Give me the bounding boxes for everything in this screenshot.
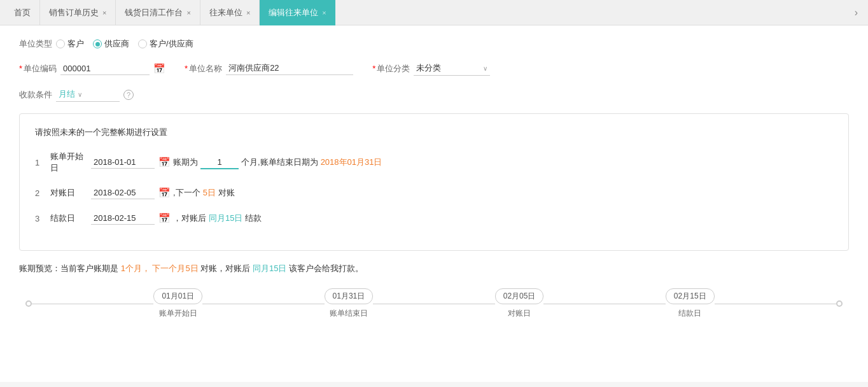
preview-reconcile-date: 下一个月5日 xyxy=(152,264,198,273)
timeline-label-4: 结款日 xyxy=(678,308,701,319)
tabs-bar: 首页 销售订单历史 × 钱货日清工作台 × 往来单位 × 编辑往来单位 × › xyxy=(0,0,868,25)
reconcile-date-calendar-icon[interactable]: 📅 xyxy=(158,187,171,199)
row-3-label: 结款日 xyxy=(50,213,91,224)
preview-label: 账期预览：当前客户账期是 xyxy=(19,264,118,273)
tab-sales-history[interactable]: 销售订单历史 × xyxy=(40,0,116,25)
radio-supplier[interactable]: 供应商 xyxy=(93,38,129,50)
payment-terms-label: 收款条件 xyxy=(19,89,52,101)
unit-code-field: * 单位编码 📅 xyxy=(19,62,165,75)
close-cash-work-icon[interactable]: × xyxy=(186,9,190,17)
radio-supplier-label: 供应商 xyxy=(104,38,129,50)
timeline-badge-4: 02月15日 xyxy=(666,288,715,304)
tab-more-btn[interactable]: › xyxy=(850,7,863,18)
main-content: 单位类型 客户 供应商 客户/供应商 xyxy=(0,25,868,382)
timeline-badge-3: 02月05日 xyxy=(495,288,544,304)
radio-supplier-dot xyxy=(95,42,100,46)
timeline-label-1: 账单开始日 xyxy=(159,308,197,319)
radio-supplier-circle xyxy=(93,39,102,48)
row-3-num: 3 xyxy=(35,214,50,223)
unit-name-star: * xyxy=(185,64,188,73)
row-2-num: 2 xyxy=(35,188,50,198)
tab-cash-work-label: 钱货日清工作台 xyxy=(125,7,183,18)
radio-both[interactable]: 客户/供应商 xyxy=(138,38,193,50)
radio-customer-circle xyxy=(56,39,65,48)
payment-terms-value: 月结 xyxy=(59,88,75,100)
row-1-period-unit: 个月,账单结束日期为 xyxy=(241,157,318,168)
row-2-highlight: 5日 xyxy=(203,187,216,199)
unit-type-field: 单位类型 客户 供应商 客户/供应商 xyxy=(19,38,193,50)
unit-info-row: * 单位编码 📅 * 单位名称 * 单位分类 未分类 ∨ xyxy=(19,61,849,76)
timeline-line-1 xyxy=(32,304,153,304)
preview-mid: 对账，对账后 xyxy=(200,264,250,273)
radio-customer-label: 客户 xyxy=(67,38,84,50)
timeline-node-4: 02月15日 结款日 xyxy=(666,288,715,319)
row-1-suffix: 账期为 xyxy=(173,157,198,168)
row-2-end: 对账 xyxy=(218,187,235,199)
row-1-num: 1 xyxy=(35,158,50,167)
radio-both-circle xyxy=(138,39,147,48)
timeline-label-2: 账单结束日 xyxy=(330,308,368,319)
timeline-node-1: 01月01日 账单开始日 xyxy=(153,288,202,319)
payment-date-calendar-icon[interactable]: 📅 xyxy=(158,213,171,224)
timeline: 01月01日 账单开始日 01月31日 账单结束日 02月05日 对账日 02月… xyxy=(19,288,849,319)
start-date-input[interactable] xyxy=(91,156,155,169)
unit-type-label: 单位类型 xyxy=(19,38,52,50)
unit-type-radio-group: 客户 供应商 客户/供应商 xyxy=(56,38,193,50)
tab-edit-partner[interactable]: 编辑往来单位 × xyxy=(260,0,335,25)
row-3-highlight: 同月15日 xyxy=(209,213,242,224)
timeline-node-3: 02月05日 对账日 xyxy=(495,288,544,319)
tab-partner[interactable]: 往来单位 × xyxy=(200,0,260,25)
preview-period: 1个月， xyxy=(121,264,150,273)
radio-customer[interactable]: 客户 xyxy=(56,38,84,50)
row-1-period-end: 2018年01月31日 xyxy=(321,157,382,168)
unit-code-label: 单位编码 xyxy=(24,63,57,74)
unit-code-icon[interactable]: 📅 xyxy=(153,63,165,74)
payment-date-input[interactable] xyxy=(91,212,155,225)
unit-category-select[interactable]: 未分类 ∨ xyxy=(414,61,490,76)
payment-terms-chevron-icon: ∨ xyxy=(78,91,82,98)
radio-both-label: 客户/供应商 xyxy=(150,38,193,50)
start-date-calendar-icon[interactable]: 📅 xyxy=(158,157,171,168)
payment-terms-select[interactable]: 月结 ∨ xyxy=(56,87,120,102)
unit-name-label: 单位名称 xyxy=(189,63,222,74)
timeline-line-4 xyxy=(543,304,665,304)
reconcile-date-row: 2 对账日 📅 ,下一个 5日 对账 xyxy=(35,186,833,199)
timeline-start-dot xyxy=(25,300,32,307)
unit-code-star: * xyxy=(19,64,22,73)
payment-terms-row: 收款条件 月结 ∨ ? xyxy=(19,87,849,102)
timeline-line-3 xyxy=(373,304,494,304)
reconcile-date-input[interactable] xyxy=(91,186,155,199)
account-preview: 账期预览：当前客户账期是 1个月， 下一个月5日 对账，对账后 同月15日 该客… xyxy=(19,261,849,276)
tab-cash-work[interactable]: 钱货日清工作台 × xyxy=(116,0,200,25)
row-3-suffix: ，对账后 xyxy=(173,213,206,224)
preview-payment-date: 同月15日 xyxy=(253,264,286,273)
timeline-line-2 xyxy=(202,304,324,304)
unit-name-input[interactable] xyxy=(226,62,353,75)
timeline-node-2: 01月31日 账单结束日 xyxy=(325,288,374,319)
unit-category-star: * xyxy=(372,64,375,73)
unit-category-chevron-icon: ∨ xyxy=(483,65,487,72)
unit-category-label: 单位分类 xyxy=(377,63,410,74)
section-title: 请按照未来的一个完整帐期进行设置 xyxy=(35,127,833,138)
row-2-label: 对账日 xyxy=(50,187,91,199)
preview-end: 该客户会给我打款。 xyxy=(289,264,363,273)
tab-sales-history-label: 销售订单历史 xyxy=(49,7,99,18)
tab-home-label: 首页 xyxy=(14,7,31,18)
close-edit-partner-icon[interactable]: × xyxy=(322,9,326,17)
timeline-label-3: 对账日 xyxy=(508,308,531,319)
timeline-line-5 xyxy=(715,304,836,304)
close-sales-history-icon[interactable]: × xyxy=(102,9,106,17)
timeline-end-dot xyxy=(836,300,843,307)
tab-partner-label: 往来单位 xyxy=(209,7,242,18)
timeline-badge-1: 01月01日 xyxy=(153,288,202,304)
period-input[interactable] xyxy=(200,156,239,169)
close-partner-icon[interactable]: × xyxy=(246,9,250,17)
tab-home[interactable]: 首页 xyxy=(5,0,40,25)
help-icon[interactable]: ? xyxy=(123,90,134,100)
unit-code-input[interactable] xyxy=(60,62,150,75)
unit-category-field: * 单位分类 未分类 ∨ xyxy=(372,61,490,76)
row-2-suffix: ,下一个 xyxy=(173,187,200,199)
row-1-label: 账单开始日 xyxy=(50,151,91,174)
account-period-section: 请按照未来的一个完整帐期进行设置 1 账单开始日 📅 账期为 个月,账单结束日期… xyxy=(19,113,849,251)
unit-type-row: 单位类型 客户 供应商 客户/供应商 xyxy=(19,38,849,50)
